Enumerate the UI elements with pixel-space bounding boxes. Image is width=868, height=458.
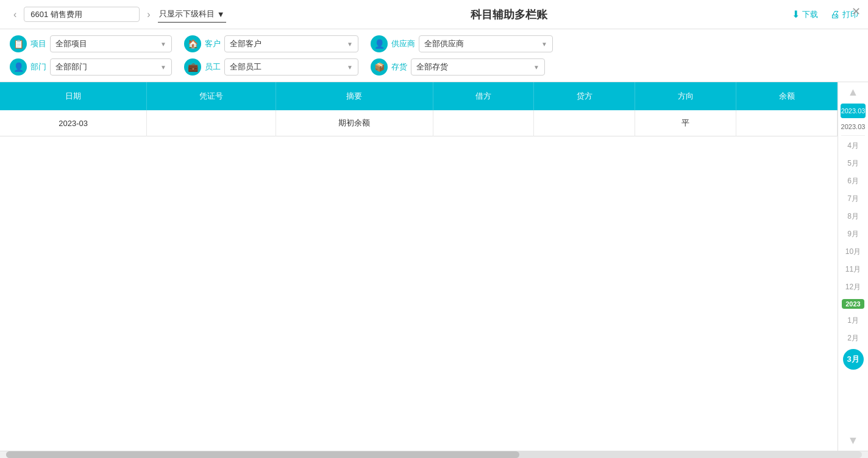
sidebar-down-btn[interactable]: ▼: [838, 431, 868, 451]
cell-balance: [736, 110, 838, 136]
filter-row-1: 📋 项目 全部项目 ▼ 🏠 客户 全部客户 ▼ 👤 供应商: [10, 35, 858, 52]
sidebar-divider-1: [841, 135, 865, 136]
sidebar-item-3-active[interactable]: 3月: [843, 349, 864, 370]
horizontal-scrollbar[interactable]: [0, 451, 868, 458]
table-row: 2023-03 期初余额 平: [0, 110, 838, 136]
show-sub-arrow: ▼: [217, 10, 225, 19]
year-label: 2023: [842, 299, 864, 309]
scrollbar-thumb[interactable]: [6, 451, 519, 458]
employee-label: 员工: [205, 62, 221, 72]
cell-date: 2023-03: [0, 110, 147, 136]
title-right: ⬇ 下载 🖨 打印: [792, 9, 858, 20]
download-btn[interactable]: ⬇ 下载: [792, 9, 818, 20]
customer-select[interactable]: 全部客户 ▼: [224, 35, 358, 52]
customer-value: 全部客户: [230, 38, 261, 49]
cell-voucher: [147, 110, 276, 136]
sidebar-item-7[interactable]: 7月: [838, 190, 868, 208]
sidebar-item-11[interactable]: 11月: [838, 261, 868, 278]
sidebar-item-2[interactable]: 2月: [838, 329, 868, 347]
close-btn[interactable]: ✕: [852, 5, 861, 18]
main-window: ‹ 6601 销售费用 › 只显示下级科目 ▼ 科目辅助多栏账 ⬇ 下载 🖨 打…: [0, 0, 868, 458]
table-header-row: 日期 凭证号 摘要 借方 贷方 方向 余额: [0, 82, 838, 110]
col-balance: 余额: [736, 82, 838, 110]
title-left: ‹ 6601 销售费用 › 只显示下级科目 ▼: [10, 6, 226, 23]
cell-direction: 平: [635, 110, 736, 136]
inventory-select[interactable]: 全部存货 ▼: [411, 58, 545, 76]
sidebar-item-9[interactable]: 9月: [838, 225, 868, 243]
supplier-value: 全部供应商: [424, 38, 464, 49]
cell-summary: 期初余额: [276, 110, 433, 136]
scrollbar-track: [6, 451, 862, 458]
dept-arrow: ▼: [160, 64, 166, 71]
filter-row-2: 👤 部门 全部部门 ▼ 💼 员工 全部员工 ▼ 📦 存货: [10, 58, 858, 76]
supplier-icon: 👤: [371, 35, 388, 52]
customer-arrow: ▼: [347, 41, 353, 48]
col-direction: 方向: [635, 82, 736, 110]
sidebar-item-12[interactable]: 12月: [838, 278, 868, 296]
filter-item-project: 📋 项目 全部项目 ▼: [10, 35, 172, 52]
customer-icon: 🏠: [184, 35, 201, 52]
project-icon: 📋: [10, 35, 27, 52]
col-summary: 摘要: [276, 82, 433, 110]
project-value: 全部项目: [55, 38, 87, 49]
main-content: 日期 凭证号 摘要 借方 贷方 方向 余额 2023-03 期初余额: [0, 82, 868, 451]
next-account-btn[interactable]: ›: [143, 8, 154, 21]
sidebar-year-badge: 2023: [842, 298, 864, 310]
project-label: 项目: [30, 38, 46, 49]
sidebar-item-3-container: 3月: [843, 349, 864, 370]
title-bar: ‹ 6601 销售费用 › 只显示下级科目 ▼ 科目辅助多栏账 ⬇ 下载 🖨 打…: [0, 0, 868, 29]
employee-value: 全部员工: [230, 62, 261, 72]
supplier-label: 供应商: [391, 38, 415, 49]
employee-icon: 💼: [184, 58, 201, 76]
dept-icon: 👤: [10, 58, 27, 76]
col-credit: 贷方: [534, 82, 635, 110]
filter-item-dept: 👤 部门 全部部门 ▼: [10, 58, 172, 76]
sidebar-item-6[interactable]: 6月: [838, 172, 868, 190]
dept-select[interactable]: 全部部门 ▼: [50, 58, 172, 76]
inventory-arrow: ▼: [533, 64, 539, 71]
sidebar-item-10[interactable]: 10月: [838, 243, 868, 261]
page-title: 科目辅助多栏账: [471, 7, 547, 22]
project-arrow: ▼: [160, 41, 166, 48]
sidebar-up-btn[interactable]: ▲: [838, 82, 868, 102]
download-icon: ⬇: [792, 9, 800, 20]
dept-value: 全部部门: [55, 62, 87, 72]
inventory-label: 存货: [391, 62, 407, 72]
inventory-value: 全部存货: [416, 62, 448, 72]
customer-label: 客户: [205, 38, 221, 49]
filter-item-customer: 🏠 客户 全部客户 ▼: [184, 35, 358, 52]
ledger-table: 日期 凭证号 摘要 借方 贷方 方向 余额 2023-03 期初余额: [0, 82, 838, 136]
employee-select[interactable]: 全部员工 ▼: [224, 58, 358, 76]
project-select[interactable]: 全部项目 ▼: [50, 35, 172, 52]
employee-arrow: ▼: [347, 64, 353, 71]
show-sub-label: 只显示下级科目: [159, 9, 215, 19]
sidebar-item-5[interactable]: 5月: [838, 155, 868, 172]
supplier-arrow: ▼: [541, 41, 547, 48]
dept-label: 部门: [30, 62, 46, 72]
col-debit: 借方: [433, 82, 534, 110]
sidebar-item-8[interactable]: 8月: [838, 208, 868, 225]
sidebar: ▲ 2023.03 2023.03 4月 5月 6月 7月 8月 9月 10月 …: [838, 82, 868, 451]
show-sub-dropdown[interactable]: 只显示下级科目 ▼: [158, 6, 226, 23]
filter-item-employee: 💼 员工 全部员工 ▼: [184, 58, 358, 76]
print-icon: 🖨: [830, 9, 840, 20]
supplier-select[interactable]: 全部供应商 ▼: [419, 35, 553, 52]
col-voucher: 凭证号: [147, 82, 276, 110]
cell-debit: [433, 110, 534, 136]
col-date: 日期: [0, 82, 147, 110]
filter-item-inventory: 📦 存货 全部存货 ▼: [371, 58, 545, 76]
sidebar-item-2023-03-selected[interactable]: 2023.03: [841, 104, 866, 118]
filter-item-supplier: 👤 供应商 全部供应商 ▼: [371, 35, 553, 52]
prev-account-btn[interactable]: ‹: [10, 8, 20, 21]
inventory-icon: 📦: [371, 58, 388, 76]
table-area: 日期 凭证号 摘要 借方 贷方 方向 余额 2023-03 期初余额: [0, 82, 838, 451]
account-code-input[interactable]: 6601 销售费用: [24, 7, 140, 22]
filter-bar: 📋 项目 全部项目 ▼ 🏠 客户 全部客户 ▼ 👤 供应商: [0, 29, 868, 82]
cell-credit: [534, 110, 635, 136]
sidebar-item-4[interactable]: 4月: [838, 137, 868, 155]
sidebar-item-1[interactable]: 1月: [838, 312, 868, 329]
download-label: 下载: [802, 9, 818, 20]
sidebar-item-2023-03[interactable]: 2023.03: [838, 119, 868, 134]
